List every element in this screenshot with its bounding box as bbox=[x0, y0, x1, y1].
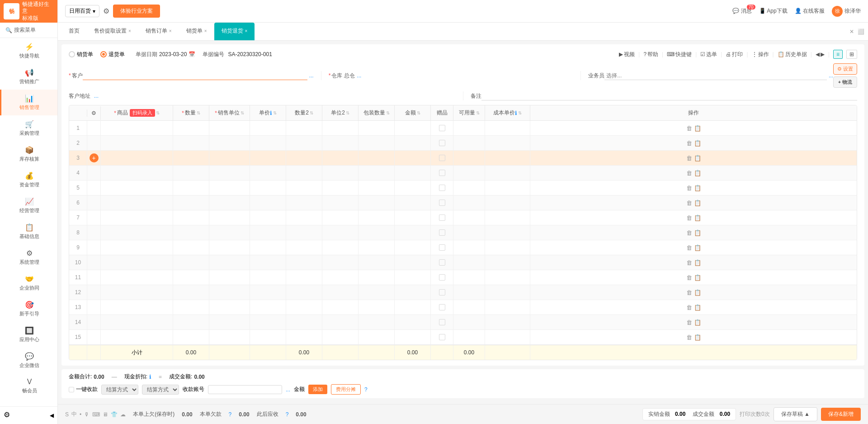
row-price-14[interactable] bbox=[250, 315, 286, 329]
row-pkg-5[interactable] bbox=[359, 181, 395, 195]
calc-method-select[interactable]: 结算方式 bbox=[142, 385, 179, 395]
app-download-btn[interactable]: 📱 App下载 bbox=[759, 7, 788, 15]
row-unit2-6[interactable] bbox=[322, 195, 359, 210]
gift-checkbox-7[interactable] bbox=[439, 214, 445, 221]
row-avail-8[interactable] bbox=[453, 225, 485, 240]
tab-close-all[interactable]: ✕ bbox=[849, 29, 854, 35]
row-avail-1[interactable] bbox=[453, 121, 485, 135]
online-service-btn[interactable]: 👤 在线客服 bbox=[795, 7, 825, 15]
row-avail-4[interactable] bbox=[453, 166, 485, 180]
row-qty2-7[interactable] bbox=[286, 210, 322, 225]
row-delete-3[interactable]: 🗑 bbox=[686, 155, 692, 162]
row-unit2-5[interactable] bbox=[322, 181, 359, 195]
row-copy-8[interactable]: 📋 bbox=[694, 229, 701, 236]
grid-view-btn[interactable]: ≡ bbox=[833, 50, 843, 59]
row-delete-11[interactable]: 🗑 bbox=[686, 274, 692, 281]
row-unit2-2[interactable] bbox=[322, 136, 359, 150]
row-price-4[interactable] bbox=[250, 166, 286, 180]
row-price-5[interactable] bbox=[250, 181, 286, 195]
print-btn[interactable]: 🖨 打印 bbox=[726, 51, 743, 58]
row-qty-13[interactable] bbox=[173, 300, 209, 314]
row-gift-9[interactable] bbox=[431, 240, 453, 255]
gear-icon[interactable]: ⚙ bbox=[91, 110, 96, 116]
row-qty-6[interactable] bbox=[173, 195, 209, 210]
row-pkg-15[interactable] bbox=[359, 330, 395, 344]
row-delete-12[interactable]: 🗑 bbox=[686, 289, 692, 296]
row-copy-5[interactable]: 📋 bbox=[694, 185, 701, 191]
gift-checkbox-10[interactable] bbox=[439, 259, 445, 266]
row-qty2-4[interactable] bbox=[286, 166, 322, 180]
row-gift-2[interactable] bbox=[431, 136, 453, 150]
row-price-12[interactable] bbox=[250, 285, 286, 300]
row-unit2-8[interactable] bbox=[322, 225, 359, 240]
row-unit-6[interactable] bbox=[209, 195, 250, 210]
one-key-checkbox[interactable] bbox=[69, 387, 74, 392]
row-cost-3[interactable] bbox=[485, 151, 530, 165]
tab-sale-order[interactable]: 销售订单 × bbox=[138, 23, 179, 40]
row-avail-9[interactable] bbox=[453, 240, 485, 255]
row-product-12[interactable] bbox=[101, 285, 173, 300]
row-product-1[interactable] bbox=[101, 121, 173, 135]
row-delete-1[interactable]: 🗑 bbox=[686, 125, 692, 132]
tab-sale[interactable]: 销货单 × bbox=[179, 23, 214, 40]
row-cost-2[interactable] bbox=[485, 136, 530, 150]
gift-checkbox-5[interactable] bbox=[439, 185, 445, 191]
sort-product-icon[interactable]: ⇅ bbox=[156, 110, 160, 115]
row-price-1[interactable] bbox=[250, 121, 286, 135]
row-product-3[interactable] bbox=[101, 151, 173, 165]
row-unit-2[interactable] bbox=[209, 136, 250, 150]
staff-select-btn[interactable]: ... bbox=[829, 72, 833, 79]
row-pkg-1[interactable] bbox=[359, 121, 395, 135]
row-qty-9[interactable] bbox=[173, 240, 209, 255]
row-amount-1[interactable] bbox=[395, 121, 431, 135]
row-copy-3[interactable]: 📋 bbox=[694, 155, 701, 162]
account-dots[interactable]: ... bbox=[286, 386, 290, 393]
row-gift-15[interactable] bbox=[431, 330, 453, 344]
row-gift-7[interactable] bbox=[431, 210, 453, 225]
row-pkg-4[interactable] bbox=[359, 166, 395, 180]
row-qty2-11[interactable] bbox=[286, 270, 322, 285]
sidebar-item-1[interactable]: 📢营销推广 bbox=[0, 64, 57, 90]
row-product-8[interactable] bbox=[101, 225, 173, 240]
row-qty-14[interactable] bbox=[173, 315, 209, 329]
calendar-icon[interactable]: 📅 bbox=[189, 51, 195, 57]
row-qty-5[interactable] bbox=[173, 181, 209, 195]
row-copy-2[interactable]: 📋 bbox=[694, 140, 701, 147]
fee-split-btn[interactable]: 费用分摊 bbox=[331, 384, 361, 395]
row-avail-14[interactable] bbox=[453, 315, 485, 329]
video-btn[interactable]: ▶ 视频 bbox=[619, 51, 635, 58]
row-pkg-9[interactable] bbox=[359, 240, 395, 255]
row-copy-6[interactable]: 📋 bbox=[694, 200, 701, 206]
row-pkg-8[interactable] bbox=[359, 225, 395, 240]
row-cost-4[interactable] bbox=[485, 166, 530, 180]
tab-return-close[interactable]: × bbox=[245, 29, 248, 33]
row-copy-9[interactable]: 📋 bbox=[694, 244, 701, 251]
row-unit-7[interactable] bbox=[209, 210, 250, 225]
row-cost-15[interactable] bbox=[485, 330, 530, 344]
row-unit-15[interactable] bbox=[209, 330, 250, 344]
sidebar-item-8[interactable]: ⚙系统管理 bbox=[0, 244, 57, 270]
row-unit-10[interactable] bbox=[209, 255, 250, 270]
row-delete-8[interactable]: 🗑 bbox=[686, 229, 692, 236]
row-delete-5[interactable]: 🗑 bbox=[686, 185, 692, 191]
tab-price-close[interactable]: × bbox=[128, 29, 131, 33]
row-qty-1[interactable] bbox=[173, 121, 209, 135]
gift-checkbox-3[interactable] bbox=[439, 155, 445, 161]
row-cost-7[interactable] bbox=[485, 210, 530, 225]
sidebar-item-9[interactable]: 🤝企业协同 bbox=[0, 270, 57, 296]
row-unit2-7[interactable] bbox=[322, 210, 359, 225]
row-qty-15[interactable] bbox=[173, 330, 209, 344]
row-cost-9[interactable] bbox=[485, 240, 530, 255]
row-avail-6[interactable] bbox=[453, 195, 485, 210]
row-amount-2[interactable] bbox=[395, 136, 431, 150]
row-qty-10[interactable] bbox=[173, 255, 209, 270]
row-price-15[interactable] bbox=[250, 330, 286, 344]
row-delete-9[interactable]: 🗑 bbox=[686, 244, 692, 251]
row-avail-15[interactable] bbox=[453, 330, 485, 344]
row-price-7[interactable] bbox=[250, 210, 286, 225]
row-copy-13[interactable]: 📋 bbox=[694, 304, 701, 311]
sidebar-item-7[interactable]: 📋基础信息 bbox=[0, 219, 57, 244]
row-product-9[interactable] bbox=[101, 240, 173, 255]
row-price-8[interactable] bbox=[250, 225, 286, 240]
gift-checkbox-4[interactable] bbox=[439, 170, 445, 176]
